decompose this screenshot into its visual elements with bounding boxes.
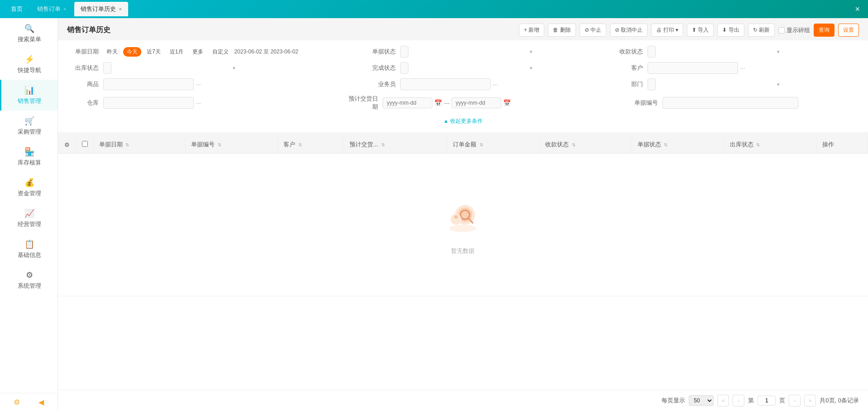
table-header-row: ⚙ 单据日期 ⇅ 单据编号 ⇅ 客户: [58, 136, 868, 154]
department-select[interactable]: [647, 78, 656, 90]
filter-row-2: 出库状态 完成状态 客户: [67, 62, 859, 74]
stop-button[interactable]: ⊘ 中止: [580, 24, 606, 37]
page-suffix: 页: [779, 396, 785, 405]
customer-input[interactable]: [647, 62, 738, 74]
customer-ellipsis[interactable]: ···: [738, 64, 747, 72]
per-page-label: 每页显示: [662, 396, 685, 405]
sidebar-item-purchase-mgmt[interactable]: 🛒 采购管理: [0, 111, 58, 141]
import-button[interactable]: ⬆ 导入: [687, 24, 714, 37]
top-bar: 首页 销售订单 × 销售订单历史 × ×: [0, 0, 868, 18]
settings-button[interactable]: 设置: [838, 24, 859, 37]
col-bill-status[interactable]: 单据状态 ⇅: [632, 136, 724, 154]
warehouse-input[interactable]: [103, 97, 194, 109]
col-warehouse-status[interactable]: 出库状态 ⇅: [724, 136, 816, 154]
sidebar-item-inventory-label: 库存核算: [18, 159, 41, 167]
total-info: 共0页, 0条记录: [820, 396, 859, 405]
last-page-button[interactable]: »: [804, 395, 816, 406]
print-button[interactable]: 🖨 打印 ▾: [651, 24, 683, 37]
tab-sales-order-close[interactable]: ×: [63, 6, 66, 12]
date-btn-1month[interactable]: 近1月: [166, 47, 187, 57]
department-select-wrapper: [647, 78, 783, 90]
warehouse-status-select[interactable]: [103, 62, 111, 74]
display-toggle-checkbox[interactable]: [778, 27, 785, 34]
bill-status-select[interactable]: [400, 46, 408, 58]
col-customer[interactable]: 客户 ⇅: [278, 136, 344, 154]
col-bill-number-label: 单据编号: [191, 141, 215, 148]
salesperson-ellipsis[interactable]: ···: [491, 81, 500, 88]
col-order-amount[interactable]: 订单金额 ⇅: [447, 136, 540, 154]
sidebar: 🔍 搜索菜单 ⚡ 快捷导航 📊 销售管理 🛒 采购管理 🏪 库存核算 💰 资金管…: [0, 18, 58, 411]
display-toggle-label[interactable]: 显示碎组: [778, 26, 810, 34]
col-receipt-status[interactable]: 收款状态 ⇅: [540, 136, 632, 154]
goods-input[interactable]: [103, 78, 194, 90]
date-dash: —: [444, 100, 450, 106]
warehouse-label: 仓库: [67, 99, 103, 107]
col-bill-date-sort: ⇅: [125, 142, 129, 147]
col-bill-number[interactable]: 单据编号 ⇅: [186, 136, 278, 154]
sidebar-item-sales-mgmt[interactable]: 📊 销售管理: [0, 80, 58, 111]
col-expected-delivery[interactable]: 预计交货... ⇅: [344, 136, 447, 154]
sidebar-item-quick-nav[interactable]: ⚡ 快捷导航: [0, 49, 58, 80]
goods-ellipsis[interactable]: ···: [194, 81, 203, 88]
sidebar-item-sales-mgmt-label: 销售管理: [18, 97, 41, 105]
receipt-status-select[interactable]: [647, 46, 656, 58]
bill-number-label: 单据编号: [626, 99, 662, 107]
calendar-icon-to[interactable]: 📅: [503, 99, 511, 106]
bill-number-input[interactable]: [662, 97, 798, 109]
empty-icon: [440, 194, 485, 240]
col-checkbox[interactable]: [76, 136, 93, 154]
col-bill-date[interactable]: 单据日期 ⇅: [93, 136, 186, 154]
tab-sales-order-history-close[interactable]: ×: [119, 6, 121, 12]
tab-sales-order-history[interactable]: 销售订单历史 ×: [74, 2, 128, 16]
new-button[interactable]: + 新增: [519, 24, 544, 37]
date-btn-more[interactable]: 更多: [189, 47, 207, 57]
sidebar-item-finance[interactable]: 💰 资金管理: [0, 172, 58, 203]
page-number-input[interactable]: [758, 396, 776, 406]
warehouse-ellipsis[interactable]: ···: [194, 99, 203, 106]
collapse-filters-button[interactable]: ▲ 收起更多条件: [67, 116, 859, 127]
first-page-button[interactable]: «: [717, 395, 729, 406]
sidebar-item-operations[interactable]: 📈 经营管理: [0, 203, 58, 234]
cancel-stop-button[interactable]: ⊘ 取消中止: [610, 24, 647, 37]
select-all-checkbox[interactable]: [82, 141, 88, 147]
tab-home[interactable]: 首页: [5, 2, 29, 16]
col-settings[interactable]: ⚙: [58, 136, 76, 154]
calendar-icon-from[interactable]: 📅: [434, 99, 442, 106]
expected-date-from[interactable]: [383, 97, 432, 108]
sidebar-collapse-button[interactable]: ◀: [38, 398, 44, 406]
col-order-amount-label: 订单金额: [453, 141, 476, 148]
sidebar-item-search-menu-label: 搜索菜单: [18, 35, 41, 44]
date-filter-label: 单据日期: [67, 48, 103, 56]
date-btn-today[interactable]: 今天: [123, 47, 141, 57]
search-menu-icon: 🔍: [24, 24, 34, 34]
date-btn-yesterday[interactable]: 昨天: [103, 47, 121, 57]
sidebar-item-inventory[interactable]: 🏪 库存核算: [0, 141, 58, 172]
sidebar-item-search-menu[interactable]: 🔍 搜索菜单: [0, 18, 58, 49]
sidebar-item-system-mgmt[interactable]: ⚙ 系统管理: [0, 265, 58, 295]
export-button[interactable]: ⬇ 导出: [717, 24, 744, 37]
date-btn-custom[interactable]: 自定义: [209, 47, 232, 57]
sidebar-item-quick-nav-label: 快捷导航: [18, 66, 41, 74]
salesperson-input[interactable]: [400, 78, 491, 90]
next-page-button[interactable]: ›: [789, 395, 801, 406]
salesperson-label: 业务员: [364, 80, 400, 88]
delete-button[interactable]: 🗑 删除: [548, 24, 575, 37]
refresh-button[interactable]: ↻ 刷新: [748, 24, 775, 37]
sidebar-settings-button[interactable]: ⚙: [14, 398, 20, 406]
expected-date-to[interactable]: [451, 97, 501, 108]
page-title: 销售订单历史: [67, 25, 110, 35]
date-btn-7days[interactable]: 近7天: [143, 47, 164, 57]
complete-status-select[interactable]: [400, 62, 408, 74]
per-page-select[interactable]: 50 10 20 100: [689, 395, 714, 406]
window-close-button[interactable]: ×: [851, 5, 863, 14]
col-customer-sort: ⇅: [298, 142, 302, 147]
sidebar-item-basic-info[interactable]: 📋 基础信息: [0, 234, 58, 265]
sidebar-item-purchase-mgmt-label: 采购管理: [18, 128, 41, 136]
goods-label: 商品: [67, 80, 103, 88]
tab-sales-order[interactable]: 销售订单 ×: [31, 2, 72, 16]
filter-area: 单据日期 昨天 今天 近7天 近1月 更多 自定义 2023-06-02 至 2…: [58, 40, 868, 132]
query-button[interactable]: 查询: [814, 24, 834, 37]
col-bill-date-label: 单据日期: [99, 141, 123, 148]
prev-page-button[interactable]: ‹: [733, 395, 744, 406]
col-operation-label: 操作: [822, 141, 834, 148]
